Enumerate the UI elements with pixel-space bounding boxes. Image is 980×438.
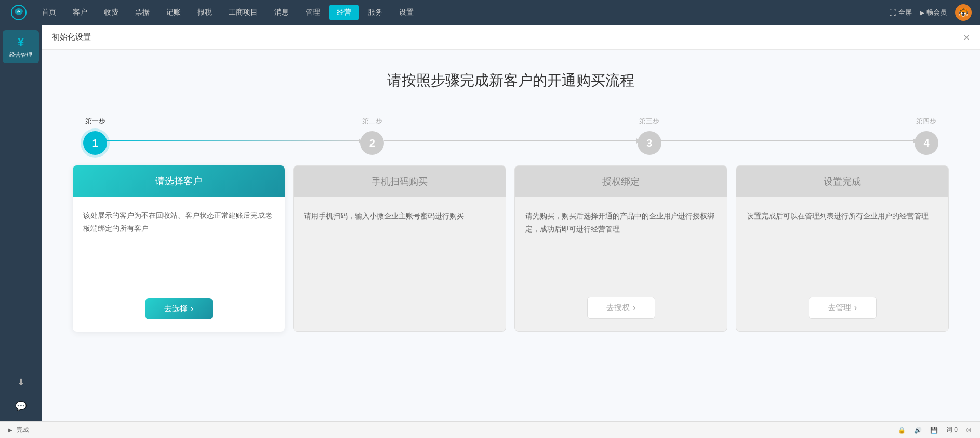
step-card-2: 手机扫码购买 请用手机扫码，输入小微企业主账号密码进行购买 <box>293 165 506 332</box>
connector-2-3 <box>384 140 637 141</box>
fullscreen-icon: ⛶ <box>889 8 896 17</box>
step-card-1: 请选择客户 该处展示的客户为不在回收站、客户状态正常建账后完成老板端绑定的所有客… <box>73 165 285 332</box>
sidebar: ¥ 经营管理 ⬇ 💬 <box>0 25 42 421</box>
sidebar-item-label: 经营管理 <box>9 51 32 58</box>
card-3-footer: 去授权 › <box>515 288 727 331</box>
connector-1-2 <box>107 140 360 141</box>
fullscreen-button[interactable]: ⛶ 全屏 <box>889 8 912 17</box>
nav-accounting[interactable]: 记账 <box>159 5 188 20</box>
user-avatar[interactable]: 🐯 <box>955 4 972 21</box>
card-4-footer: 去管理 › <box>736 288 948 331</box>
sidebar-download[interactable]: ⬇ <box>3 372 39 392</box>
connector-3-4 <box>661 140 915 141</box>
card-1-footer: 去选择 › <box>73 290 285 332</box>
page-title: 初始化设置 <box>52 32 91 42</box>
nav-bill[interactable]: 票据 <box>128 5 157 20</box>
play-button[interactable]: ▶ <box>8 427 12 433</box>
status-bar-left: ▶ 完成 <box>8 426 29 434</box>
app-body: ¥ 经营管理 ⬇ 💬 初始化设置 × 请按照步骤完成新客户的开通购买流程 <box>0 25 980 421</box>
sidebar-item-operation[interactable]: ¥ 经营管理 <box>3 30 39 63</box>
wizard-title: 请按照步骤完成新客户的开通购买流程 <box>73 71 949 91</box>
close-button[interactable]: × <box>963 32 970 43</box>
step-4-circle: 4 <box>915 131 938 155</box>
word-count: 词 0 <box>946 426 958 434</box>
volume-icon: 🔊 <box>914 427 922 434</box>
card-2-footer <box>294 311 506 331</box>
shield-icon: 🔒 <box>898 427 906 434</box>
step-3-label: 第三步 <box>639 117 659 126</box>
nav-settings[interactable]: 设置 <box>392 5 421 20</box>
card-3-header: 授权绑定 <box>515 166 727 197</box>
page-number: ⑩ <box>966 427 972 434</box>
app-logo[interactable] <box>8 2 29 23</box>
card-4-header: 设置完成 <box>736 166 948 197</box>
fullscreen-label: 全屏 <box>898 8 912 17</box>
step-indicator-2: 第二步 2 <box>360 117 384 155</box>
step-1-circle: 1 <box>83 131 107 155</box>
step-card-4: 设置完成 设置完成后可以在管理列表进行所有企业用户的经营管理 去管理 › <box>736 165 949 332</box>
card-1-header: 请选择客户 <box>73 165 285 197</box>
nav-home[interactable]: 首页 <box>34 5 63 20</box>
top-navigation: 首页 客户 收费 票据 记账 报税 工商项目 消息 管理 经营 服务 设置 ⛶ … <box>0 0 980 25</box>
nav-right-area: ⛶ 全屏 ▶ 畅会员 🐯 <box>889 4 972 21</box>
step-3-circle: 3 <box>638 131 661 155</box>
download-icon: ⬇ <box>17 377 25 388</box>
nav-items: 首页 客户 收费 票据 记账 报税 工商项目 消息 管理 经营 服务 设置 <box>34 5 889 20</box>
nav-fee[interactable]: 收费 <box>97 5 126 20</box>
status-bar: ▶ 完成 🔒 🔊 💾 词 0 ⑩ <box>0 421 980 438</box>
nav-manage[interactable]: 管理 <box>298 5 327 20</box>
main-content: 初始化设置 × 请按照步骤完成新客户的开通购买流程 第一步 1 <box>42 25 980 421</box>
member-button[interactable]: ▶ 畅会员 <box>920 8 947 17</box>
card-3-body: 请先购买，购买后选择开通的产品中的企业用户进行授权绑定，成功后即可进行经营管理 <box>515 197 727 288</box>
sidebar-bottom: ⬇ 💬 <box>3 372 39 421</box>
status-label: 完成 <box>17 426 29 434</box>
arrow-icon-3: › <box>633 302 636 313</box>
status-bar-right: 🔒 🔊 💾 词 0 ⑩ <box>898 426 972 434</box>
step-2-circle: 2 <box>360 131 384 155</box>
card-1-body: 该处展示的客户为不在回收站、客户状态正常建账后完成老板端绑定的所有客户 <box>73 197 285 290</box>
wizard-body: 请按照步骤完成新客户的开通购买流程 第一步 1 第二步 <box>42 50 980 421</box>
arrow-icon-1: › <box>191 303 194 314</box>
arrow-icon-4: › <box>854 302 857 313</box>
card-4-body: 设置完成后可以在管理列表进行所有企业用户的经营管理 <box>736 197 948 288</box>
nav-message[interactable]: 消息 <box>267 5 296 20</box>
step-indicator-3: 第三步 3 <box>638 117 661 155</box>
card-2-header: 手机扫码购买 <box>294 166 506 197</box>
play-icon: ▶ <box>920 10 924 16</box>
save-icon: 💾 <box>930 427 938 434</box>
nav-customer[interactable]: 客户 <box>65 5 95 20</box>
member-label: 畅会员 <box>926 8 947 17</box>
step-indicator-1: 第一步 1 <box>83 117 107 155</box>
nav-operation[interactable]: 经营 <box>329 5 359 20</box>
step-2-label: 第二步 <box>362 117 382 126</box>
step-cards: 请选择客户 该处展示的客户为不在回收站、客户状态正常建账后完成老板端绑定的所有客… <box>73 165 949 332</box>
nav-service[interactable]: 服务 <box>361 5 390 20</box>
card-2-body: 请用手机扫码，输入小微企业主账号密码进行购买 <box>294 197 506 311</box>
authorize-button[interactable]: 去授权 › <box>587 297 655 319</box>
avatar-icon: 🐯 <box>958 8 969 18</box>
select-customer-button[interactable]: 去选择 › <box>145 298 213 319</box>
nav-business[interactable]: 工商项目 <box>221 5 265 20</box>
main-header: 初始化设置 × <box>42 25 980 50</box>
yen-icon: ¥ <box>18 35 24 49</box>
step-1-label: 第一步 <box>85 117 105 126</box>
chat-icon: 💬 <box>15 401 27 412</box>
step-indicators: 第一步 1 第二步 2 <box>73 117 949 155</box>
nav-tax[interactable]: 报税 <box>190 5 219 20</box>
step-indicator-4: 第四步 4 <box>915 117 938 155</box>
step-card-3: 授权绑定 请先购买，购买后选择开通的产品中的企业用户进行授权绑定，成功后即可进行… <box>514 165 727 332</box>
manage-button[interactable]: 去管理 › <box>809 297 877 319</box>
sidebar-chat[interactable]: 💬 <box>3 396 39 416</box>
step-4-label: 第四步 <box>916 117 936 126</box>
